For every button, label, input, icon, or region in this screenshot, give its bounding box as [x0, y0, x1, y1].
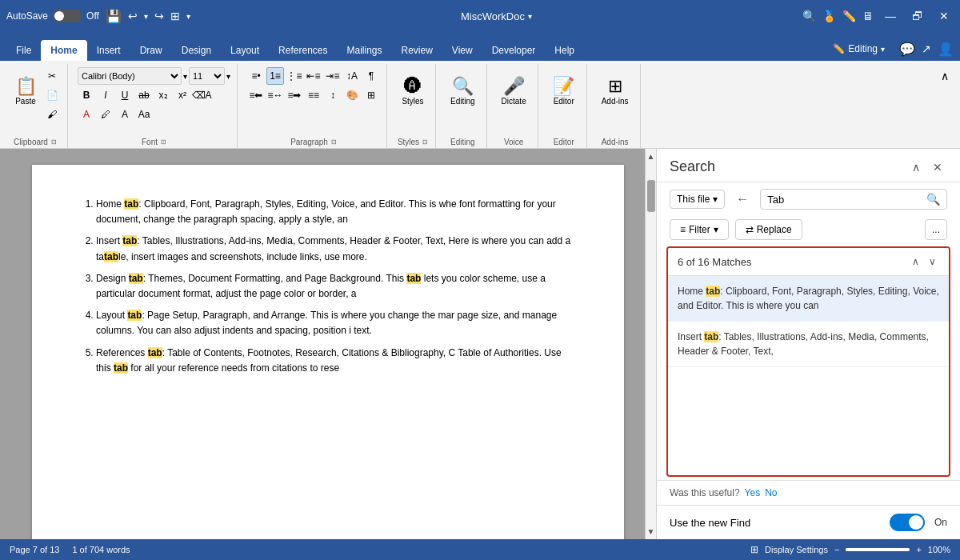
- autosave-toggle[interactable]: [53, 10, 82, 22]
- show-hide-button[interactable]: ¶: [362, 67, 380, 85]
- comments-icon[interactable]: 💬: [899, 42, 915, 57]
- tab-design[interactable]: Design: [172, 40, 221, 61]
- redo-icon[interactable]: ↪: [154, 10, 164, 22]
- bullets-button[interactable]: ≡•: [247, 67, 265, 85]
- minimize-button[interactable]: —: [880, 8, 901, 24]
- border-button[interactable]: ⊞: [362, 86, 380, 104]
- font-expand-icon[interactable]: ⊡: [161, 138, 166, 146]
- search-icon[interactable]: 🔍: [802, 10, 816, 22]
- scroll-down-arrow[interactable]: ▼: [647, 524, 655, 539]
- zoom-minus-button[interactable]: −: [834, 545, 839, 554]
- search-input[interactable]: [767, 194, 926, 206]
- result-item[interactable]: Insert tab: Tables, Illustrations, Add-i…: [668, 322, 949, 367]
- tab-draw[interactable]: Draw: [130, 40, 172, 61]
- subscript-button[interactable]: x₂: [154, 86, 172, 104]
- align-center-button[interactable]: ≡↔: [266, 86, 284, 104]
- tab-mailings[interactable]: Mailings: [337, 40, 391, 61]
- font-dropdown-icon[interactable]: ▾: [183, 72, 187, 81]
- tab-home[interactable]: Home: [41, 40, 86, 61]
- increase-indent-button[interactable]: ⇥≡: [324, 67, 342, 85]
- search-scope-button[interactable]: This file ▾: [670, 190, 725, 209]
- font-size-select[interactable]: 11: [189, 67, 225, 85]
- search-close-button[interactable]: ✕: [928, 159, 947, 175]
- strikethrough-button[interactable]: ab: [135, 86, 153, 104]
- styles-button[interactable]: 🅐 Styles: [397, 67, 429, 115]
- tab-insert[interactable]: Insert: [87, 40, 130, 61]
- more-button[interactable]: ...: [925, 219, 947, 240]
- char-shade-button[interactable]: A: [116, 106, 134, 123]
- format-painter-button[interactable]: 🖌: [43, 106, 61, 123]
- tab-references[interactable]: References: [269, 40, 337, 61]
- view-icon[interactable]: ⊞: [170, 10, 180, 22]
- results-prev-button[interactable]: ∧: [909, 254, 922, 269]
- justify-button[interactable]: ≡≡: [305, 86, 322, 104]
- user-icon[interactable]: 👤: [938, 42, 954, 57]
- zoom-slider[interactable]: [846, 548, 910, 551]
- search-back-button[interactable]: ←: [731, 190, 754, 208]
- dictate-button[interactable]: 🎤 Dictate: [497, 67, 531, 115]
- styles-expand-icon[interactable]: ⊡: [422, 138, 428, 146]
- superscript-button[interactable]: x²: [174, 86, 191, 104]
- zoom-plus-button[interactable]: +: [916, 545, 921, 554]
- new-find-toggle[interactable]: [890, 514, 925, 531]
- highlight-button[interactable]: 🖊: [97, 106, 114, 123]
- result-item[interactable]: Home tab: Clipboard, Font, Paragraph, St…: [668, 276, 949, 322]
- multilevel-button[interactable]: ⋮≡: [286, 67, 303, 85]
- document-area[interactable]: Home tab: Clipboard, Font, Paragraph, St…: [0, 149, 656, 539]
- title-dropdown-icon[interactable]: ▾: [528, 12, 532, 21]
- editing-button[interactable]: 🔍 Editing: [446, 67, 480, 115]
- yes-link[interactable]: Yes: [745, 487, 761, 498]
- tab-file[interactable]: File: [6, 40, 41, 61]
- close-button[interactable]: ✕: [934, 8, 954, 24]
- search-go-button[interactable]: 🔍: [926, 193, 940, 206]
- copy-button[interactable]: 📄: [43, 86, 61, 104]
- clipboard-expand-icon[interactable]: ⊡: [51, 138, 57, 146]
- display-settings-label[interactable]: Display Settings: [765, 545, 828, 554]
- no-link[interactable]: No: [765, 487, 777, 498]
- scroll-thumb[interactable]: [647, 180, 655, 212]
- sort-button[interactable]: ↕A: [343, 67, 361, 85]
- share-icon[interactable]: ↗: [922, 42, 931, 55]
- view-dropdown-icon[interactable]: ▾: [186, 12, 190, 21]
- editor-button[interactable]: 📝 Editor: [548, 67, 580, 115]
- shading-button[interactable]: 🎨: [343, 86, 361, 104]
- vertical-scrollbar[interactable]: ▲ ▼: [645, 149, 656, 539]
- replace-button[interactable]: ⇄ Replace: [735, 219, 802, 240]
- tab-help[interactable]: Help: [545, 40, 584, 61]
- collapse-ribbon-button[interactable]: ∧: [936, 67, 954, 85]
- scroll-up-arrow[interactable]: ▲: [647, 149, 655, 164]
- restore-button[interactable]: 🗗: [907, 8, 928, 24]
- bold-button[interactable]: B: [78, 86, 95, 104]
- align-right-button[interactable]: ≡➡: [286, 86, 303, 104]
- line-spacing-button[interactable]: ↕: [324, 86, 342, 104]
- italic-button[interactable]: I: [97, 86, 114, 104]
- tab-developer[interactable]: Developer: [482, 40, 546, 61]
- numbering-button[interactable]: 1≡: [266, 67, 284, 85]
- save-icon[interactable]: 💾: [106, 9, 122, 24]
- addins-button[interactable]: ⊞ Add-ins: [597, 67, 634, 115]
- results-next-button[interactable]: ∨: [926, 254, 939, 269]
- cut-button[interactable]: ✂: [43, 67, 61, 85]
- tab-view[interactable]: View: [442, 40, 482, 61]
- pen-icon[interactable]: ✏️: [842, 10, 856, 22]
- editing-mode-button[interactable]: ✏️ Editing ▾: [825, 37, 893, 61]
- paragraph-expand-icon[interactable]: ⊡: [331, 138, 337, 146]
- display-settings-icon[interactable]: ⊞: [750, 544, 758, 555]
- size-dropdown-icon[interactable]: ▾: [226, 72, 230, 81]
- underline-button[interactable]: U: [116, 86, 134, 104]
- monitor-icon[interactable]: 🖥: [862, 10, 874, 22]
- filter-button[interactable]: ≡ Filter ▾: [670, 219, 729, 240]
- clear-format-button[interactable]: ⌫A: [193, 86, 210, 104]
- ribbon-icon[interactable]: 🏅: [822, 10, 836, 22]
- tab-layout[interactable]: Layout: [221, 40, 269, 61]
- undo-icon[interactable]: ↩: [128, 10, 138, 22]
- undo-dropdown-icon[interactable]: ▾: [144, 12, 148, 21]
- font-name-select[interactable]: Calibri (Body): [78, 67, 182, 85]
- search-collapse-button[interactable]: ∧: [907, 159, 925, 175]
- font-color-button[interactable]: A: [78, 106, 95, 123]
- case-button[interactable]: Aa: [135, 106, 153, 123]
- paste-button[interactable]: 📋 Paste: [10, 67, 42, 115]
- decrease-indent-button[interactable]: ⇤≡: [305, 67, 322, 85]
- align-left-button[interactable]: ≡⬅: [247, 86, 265, 104]
- tab-review[interactable]: Review: [392, 40, 442, 61]
